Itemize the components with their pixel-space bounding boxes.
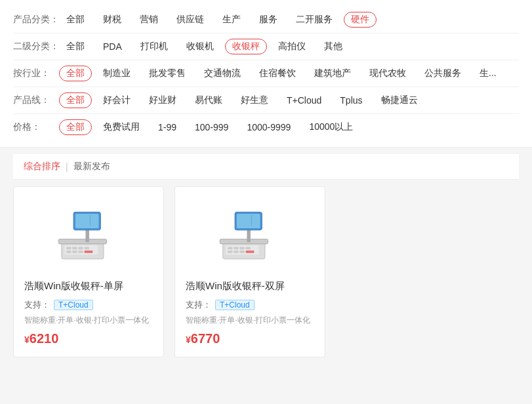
filter-label-category: 产品分类： (13, 14, 59, 26)
filter-item[interactable]: 制造业 (96, 66, 138, 81)
filter-item[interactable]: 服务 (252, 12, 285, 28)
filter-item[interactable]: 二开服务 (289, 12, 340, 28)
filter-item[interactable]: 收银秤 (225, 39, 267, 54)
svg-rect-8 (72, 247, 77, 250)
filter-items-subcategory: 全部PDA打印机收银机收银秤高拍仪其他 (59, 39, 350, 54)
filter-item[interactable]: 硬件 (344, 12, 377, 28)
svg-rect-19 (237, 214, 260, 228)
price-symbol: ¥ (24, 334, 30, 345)
svg-rect-12 (72, 251, 77, 253)
filter-item[interactable]: 建筑地产 (307, 66, 358, 81)
filter-item[interactable]: 生产 (215, 12, 248, 28)
filter-item[interactable]: 易代账 (188, 92, 230, 108)
filter-item[interactable]: 公共服务 (417, 66, 468, 81)
filter-item[interactable]: 好生意 (234, 92, 276, 108)
product-name: 浩顺Win版收银秤-单屏 (24, 280, 153, 293)
filter-row-industry: 按行业： 全部制造业批发零售交通物流住宿餐饮建筑地产现代农牧公共服务生... (13, 60, 519, 87)
filter-item[interactable]: 生... (472, 66, 504, 81)
products-area: 浩顺Win版收银秤-单屏 支持： T+Cloud 智能称重·开单·收银·打印小票… (13, 186, 519, 357)
filter-item[interactable]: 批发零售 (142, 66, 193, 81)
svg-rect-28 (239, 251, 244, 253)
product-name: 浩顺Win版收银秤-双屏 (186, 280, 314, 293)
filter-item[interactable]: 10000以上 (302, 119, 360, 135)
product-image (24, 200, 153, 272)
filter-item[interactable]: T+Cloud (279, 93, 329, 108)
product-support: 支持： T+Cloud (24, 299, 153, 311)
filter-item[interactable]: 100-999 (188, 120, 235, 134)
filter-item[interactable]: 住宿餐饮 (252, 66, 303, 81)
svg-rect-27 (234, 251, 238, 253)
filter-item[interactable]: 供应链 (169, 12, 211, 28)
price-symbol: ¥ (186, 334, 191, 345)
svg-rect-1 (58, 239, 106, 244)
svg-rect-25 (246, 247, 251, 250)
product-price: ¥6210 (24, 331, 153, 346)
sort-inactive[interactable]: 最新发布 (73, 161, 110, 172)
svg-rect-11 (66, 251, 71, 253)
filter-item[interactable]: 现代农牧 (362, 66, 413, 81)
filter-row-subcategory: 二级分类： 全部PDA打印机收银机收银秤高拍仪其他 (13, 33, 519, 60)
product-desc: 智能称重·开单·收银·打印小票一体化 (186, 315, 314, 326)
svg-rect-10 (85, 247, 89, 250)
svg-rect-24 (239, 247, 244, 250)
svg-rect-4 (75, 214, 99, 228)
filter-item[interactable]: 全部 (59, 66, 92, 81)
filter-items-industry: 全部制造业批发零售交通物流住宿餐饮建筑地产现代农牧公共服务生... (59, 66, 504, 81)
support-badge: T+Cloud (215, 300, 255, 310)
filter-item[interactable]: 财税 (96, 12, 129, 28)
filter-row-price: 价格： 全部免费试用1-99100-9991000-999910000以上 (13, 114, 519, 140)
svg-rect-13 (78, 251, 83, 253)
filter-item[interactable]: 交通物流 (197, 66, 248, 81)
sort-bar: 综合排序 | 最新发布 (13, 154, 519, 180)
svg-rect-21 (226, 245, 258, 255)
filter-item[interactable]: 其他 (317, 39, 350, 54)
svg-rect-9 (78, 247, 83, 250)
sort-divider: | (66, 161, 68, 172)
filter-item[interactable]: PDA (96, 39, 129, 54)
filter-item[interactable]: Tplus (333, 93, 369, 108)
filter-item[interactable]: 畅捷通云 (374, 92, 425, 108)
product-desc: 智能称重·开单·收银·打印小票一体化 (24, 315, 153, 326)
filter-item[interactable]: 1000-9999 (239, 120, 298, 134)
filter-item[interactable]: 全部 (59, 92, 92, 108)
svg-rect-22 (228, 247, 232, 250)
filter-item[interactable]: 打印机 (133, 39, 175, 54)
filter-item[interactable]: 好业财 (142, 92, 184, 108)
filter-label-industry: 按行业： (13, 68, 59, 79)
filter-item[interactable]: 全部 (59, 12, 92, 28)
filter-item[interactable]: 全部 (59, 39, 92, 54)
filter-item[interactable]: 好会计 (96, 92, 138, 108)
svg-rect-14 (85, 251, 93, 253)
product-card[interactable]: 浩顺Win版收银秤-双屏 支持： T+Cloud 智能称重·开单·收银·打印小票… (174, 186, 325, 357)
svg-rect-20 (251, 215, 252, 226)
svg-rect-16 (220, 239, 268, 244)
svg-rect-6 (64, 245, 97, 255)
filter-row-category: 产品分类： 全部财税营销供应链生产服务二开服务硬件 (13, 7, 519, 33)
filter-section: 产品分类： 全部财税营销供应链生产服务二开服务硬件 二级分类： 全部PDA打印机… (0, 0, 532, 148)
filter-label-productline: 产品线： (13, 94, 59, 106)
svg-rect-26 (228, 251, 232, 253)
filter-item[interactable]: 全部 (59, 119, 92, 135)
filter-item[interactable]: 免费试用 (96, 119, 147, 135)
filter-row-productline: 产品线： 全部好会计好业财易代账好生意T+CloudTplus畅捷通云 (13, 87, 519, 114)
filter-item[interactable]: 1-99 (151, 120, 184, 134)
svg-rect-5 (90, 215, 91, 226)
product-card[interactable]: 浩顺Win版收银秤-单屏 支持： T+Cloud 智能称重·开单·收银·打印小票… (13, 186, 164, 357)
support-label: 支持： (24, 299, 50, 311)
product-price: ¥6770 (186, 331, 314, 346)
product-support: 支持： T+Cloud (186, 299, 314, 311)
filter-item[interactable]: 收银机 (179, 39, 221, 54)
svg-rect-23 (234, 247, 238, 250)
filter-label-subcategory: 二级分类： (13, 41, 59, 52)
support-badge: T+Cloud (54, 300, 93, 310)
filter-item[interactable]: 高拍仪 (271, 39, 313, 54)
support-label: 支持： (186, 299, 211, 311)
sort-active[interactable]: 综合排序 (24, 159, 60, 174)
product-image (186, 200, 314, 272)
svg-rect-7 (66, 247, 71, 250)
filter-items-productline: 全部好会计好业财易代账好生意T+CloudTplus畅捷通云 (59, 92, 425, 108)
filter-items-price: 全部免费试用1-99100-9991000-999910000以上 (59, 119, 360, 135)
svg-rect-29 (246, 251, 255, 253)
filter-item[interactable]: 营销 (133, 12, 165, 28)
filter-label-price: 价格： (13, 121, 59, 133)
